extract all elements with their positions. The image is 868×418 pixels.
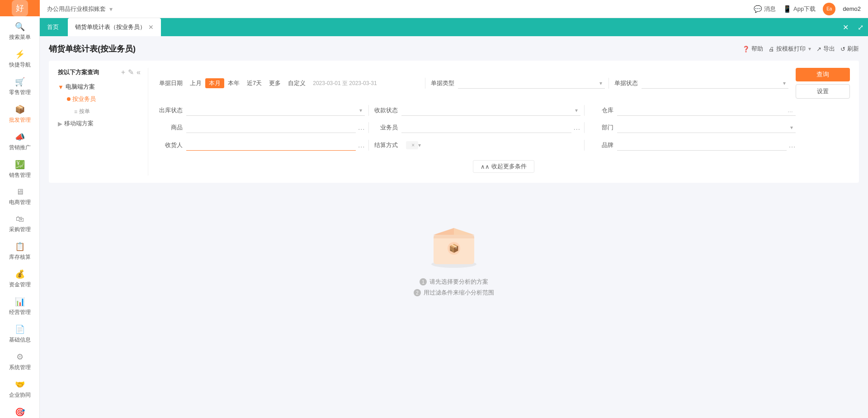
filter-date-item: 单据日期 上月 本月 本年 近7天 更多 自定义 2023-03-01 至 20…: [157, 78, 421, 88]
dept-label: 部门: [588, 124, 613, 132]
settlement-tag: ×: [406, 141, 418, 149]
sidebar-item-quick-nav[interactable]: ⚡ 快捷导航: [0, 45, 40, 72]
filter-salesman-item: 业务员 …: [373, 122, 580, 133]
consignee-input[interactable]: [186, 140, 356, 151]
scheme-item-by-order[interactable]: ≡ 按单: [58, 105, 141, 118]
avatar[interactable]: Ea: [823, 3, 835, 15]
filter-outstatus-item: 出库状态 ▾: [157, 105, 365, 116]
consignee-dots-icon[interactable]: …: [358, 141, 365, 149]
collapse-button[interactable]: ∧∧ 收起更多条件: [473, 160, 534, 173]
settings-button[interactable]: 设置: [796, 84, 850, 99]
doctype-arrow-icon: ▾: [599, 80, 602, 86]
sidebar-item-newbie[interactable]: 🎯 新手引导: [0, 403, 40, 418]
warehouse-select[interactable]: …: [617, 105, 796, 116]
goods-input[interactable]: [186, 122, 356, 133]
outstatus-label: 出库状态: [157, 106, 183, 114]
sub-item-icon: ≡: [74, 109, 77, 115]
goods-dots-icon[interactable]: …: [358, 124, 365, 132]
date-tab-more[interactable]: 更多: [265, 78, 284, 88]
filter-settlement-item: 结算方式 × ▾: [373, 139, 580, 151]
scheme-sidebar: 按以下方案查询 + ✎ « ▼ 电脑端方案: [58, 68, 148, 176]
date-tab-this-month[interactable]: 本月: [205, 78, 224, 88]
sidebar-item-ecommerce[interactable]: 🖥 电商管理: [0, 183, 40, 210]
sidebar-item-sales[interactable]: 💹 销售管理: [0, 155, 40, 183]
sales-icon: 💹: [15, 160, 25, 170]
sidebar-item-purchase[interactable]: 🛍 采购管理: [0, 210, 40, 237]
collapse-up-icon: ∧∧: [481, 163, 490, 170]
app-download-button[interactable]: 📱 App下载: [783, 5, 816, 13]
scheme-group-desktop: ▼ 电脑端方案 按业务员 ≡ 按单: [58, 81, 141, 118]
breadcrumb: 办公用品行业模拟账套: [47, 5, 106, 13]
scheme-edit-button[interactable]: ✎: [128, 68, 134, 76]
export-button[interactable]: ↗ 导出: [816, 45, 835, 53]
receivestatus-select[interactable]: ▾: [401, 105, 580, 116]
tab-home[interactable]: 首页: [40, 18, 66, 36]
print-button[interactable]: 🖨 按模板打印 ▾: [769, 45, 811, 53]
logo-icon: 好: [12, 0, 28, 16]
dept-select[interactable]: ▾: [617, 123, 796, 133]
filter-brand-item: 品牌 …: [588, 140, 796, 151]
scheme-group-mobile-label[interactable]: ▶ 移动端方案: [58, 118, 141, 129]
sidebar-item-coop[interactable]: 🤝 企业协同: [0, 375, 40, 403]
doctype-select[interactable]: ▾: [458, 78, 605, 89]
settlement-select[interactable]: × ▾: [401, 139, 580, 151]
date-tab-last-month[interactable]: 上月: [186, 78, 205, 88]
empty-svg: 📦: [422, 210, 486, 269]
filter-goods-item: 商品 …: [157, 122, 365, 133]
messages-button[interactable]: 💬 消息: [754, 5, 776, 13]
home-tab-label: 首页: [47, 23, 59, 31]
tab-close-button[interactable]: ✕: [148, 24, 154, 30]
docstatus-arrow-icon: ▾: [783, 80, 786, 86]
breadcrumb-dropdown-icon[interactable]: ▾: [109, 5, 113, 13]
marketing-icon: 📣: [15, 132, 25, 142]
tabbar-right: ✕ ⤢: [838, 23, 868, 32]
username: demo2: [843, 5, 861, 12]
filter-receivestatus-item: 收款状态 ▾: [373, 105, 580, 116]
outstatus-select[interactable]: ▾: [186, 105, 365, 116]
sidebar-item-retail[interactable]: 🛒 零售管理: [0, 72, 40, 100]
sidebar-item-system[interactable]: ⚙ 系统管理: [0, 347, 40, 375]
docstatus-select[interactable]: ▾: [642, 78, 788, 89]
sidebar-item-basic[interactable]: 📄 基础信息: [0, 320, 40, 347]
filter-sep-7: [368, 140, 369, 151]
salesman-label: 业务员: [373, 124, 398, 132]
sidebar-item-operation[interactable]: 📊 经营管理: [0, 292, 40, 320]
filter-row-3: 商品 … 业务员 … 部: [157, 122, 850, 133]
export-icon: ↗: [816, 46, 821, 52]
filter-warehouse-item: 仓库 …: [588, 105, 796, 116]
topbar-left: 办公用品行业模拟账套 ▾: [47, 5, 113, 13]
scheme-item-salesman[interactable]: 按业务员: [58, 93, 141, 105]
date-tab-custom[interactable]: 自定义: [284, 78, 309, 88]
settlement-tag-close[interactable]: ×: [411, 142, 415, 148]
logo: 好: [0, 0, 40, 16]
tab-expand-button[interactable]: ⤢: [853, 23, 868, 32]
date-tab-7days[interactable]: 近7天: [243, 78, 265, 88]
scheme-collapse-button[interactable]: «: [137, 68, 141, 76]
refresh-button[interactable]: ↺ 刷新: [840, 45, 859, 53]
tab-sales-stat[interactable]: 销货单统计表（按业务员） ✕: [68, 18, 161, 36]
sidebar-item-marketing[interactable]: 📣 营销推广: [0, 128, 40, 155]
brand-input[interactable]: [617, 140, 787, 151]
date-label: 单据日期: [157, 79, 183, 87]
help-button[interactable]: ❓ 帮助: [742, 45, 763, 53]
tab-close-all-button[interactable]: ✕: [838, 23, 853, 32]
query-button[interactable]: 查询: [796, 68, 850, 81]
brand-dots-icon[interactable]: …: [788, 141, 796, 149]
basic-icon: 📄: [15, 324, 25, 334]
active-dot-icon: [67, 97, 71, 101]
scheme-add-button[interactable]: +: [121, 68, 125, 76]
salesman-input[interactable]: [401, 122, 571, 133]
sidebar-item-wholesale[interactable]: 📦 批发管理: [0, 100, 40, 128]
topbar-right: 💬 消息 📱 App下载 Ea demo2: [754, 3, 861, 15]
filter-docstatus-item: 单据状态 ▾: [613, 78, 788, 89]
sidebar-item-inventory[interactable]: 📋 库存核算: [0, 237, 40, 265]
retail-icon: 🛒: [15, 77, 25, 87]
filter-sep-4: [584, 105, 585, 116]
filter-sep-8: [584, 140, 585, 151]
salesman-dots-icon[interactable]: …: [573, 124, 580, 132]
sidebar-item-finance[interactable]: 💰 资金管理: [0, 265, 40, 292]
sidebar-item-search[interactable]: 🔍 搜索菜单: [0, 16, 40, 45]
scheme-group-desktop-label[interactable]: ▼ 电脑端方案: [58, 81, 141, 93]
refresh-icon: ↺: [840, 46, 845, 52]
date-tab-this-year[interactable]: 本年: [224, 78, 243, 88]
